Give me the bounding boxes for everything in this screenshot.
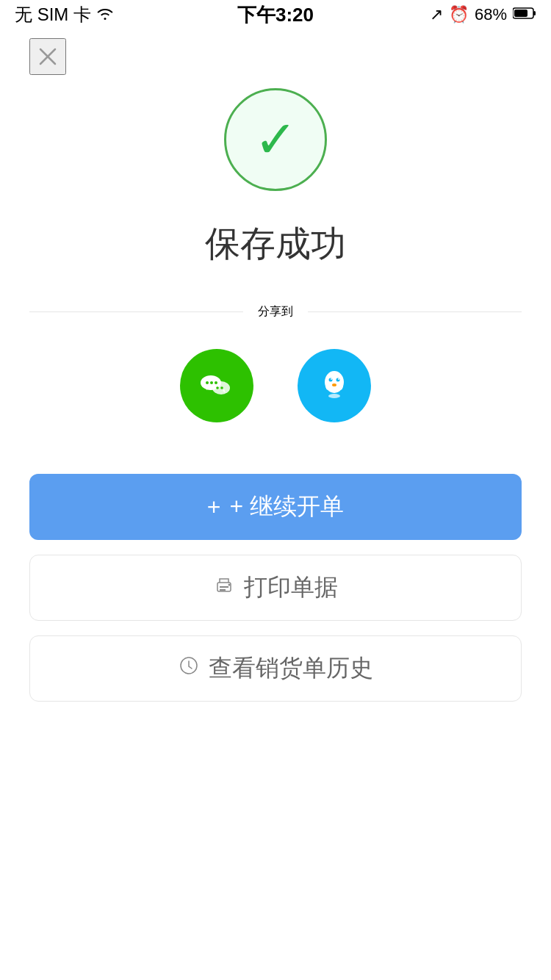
plus-icon: + [207, 494, 221, 521]
wifi-icon [97, 4, 113, 25]
print-label: 打印单据 [244, 572, 338, 604]
status-left: 无 SIM 卡 [15, 3, 113, 26]
svg-point-17 [328, 394, 340, 398]
svg-point-26 [228, 584, 231, 586]
svg-point-16 [337, 381, 343, 390]
share-divider: 分享到 [29, 304, 522, 320]
share-label: 分享到 [258, 304, 293, 320]
history-icon [178, 655, 200, 682]
svg-point-15 [325, 381, 331, 390]
success-icon-circle: ✓ [224, 88, 327, 191]
battery-icon [513, 5, 536, 24]
continue-button[interactable]: + + 继续开单 [29, 474, 522, 540]
close-button[interactable] [29, 38, 66, 75]
history-button[interactable]: 查看销货单历史 [29, 635, 522, 702]
battery-text: 68% [475, 5, 507, 24]
action-buttons: + + 继续开单 打印单据 查看销货单历史 [0, 474, 551, 702]
svg-point-18 [329, 378, 333, 382]
status-time: 下午3:20 [237, 2, 314, 28]
share-section: 分享到 [0, 304, 551, 422]
sim-text: 无 SIM 卡 [15, 3, 91, 26]
svg-point-11 [220, 386, 223, 389]
print-button[interactable]: 打印单据 [29, 555, 522, 621]
svg-point-21 [338, 378, 339, 380]
printer-icon [213, 574, 235, 602]
status-right: ↗ ⏰ 68% [430, 5, 536, 24]
svg-point-7 [206, 381, 209, 384]
continue-label: + 继续开单 [230, 491, 345, 523]
main-content: ✓ 保存成功 分享到 [0, 29, 551, 702]
checkmark-icon: ✓ [254, 114, 298, 165]
qq-share-button[interactable] [298, 349, 371, 422]
svg-point-22 [332, 383, 336, 386]
success-title: 保存成功 [205, 220, 346, 267]
svg-point-19 [336, 378, 340, 382]
alarm-icon: ⏰ [449, 5, 469, 24]
status-bar: 无 SIM 卡 下午3:20 ↗ ⏰ 68% [0, 0, 551, 29]
svg-rect-1 [533, 11, 536, 15]
svg-point-8 [210, 381, 213, 384]
history-label: 查看销货单历史 [209, 652, 373, 685]
svg-rect-24 [220, 586, 228, 588]
wechat-share-button[interactable] [180, 349, 253, 422]
svg-rect-2 [514, 10, 527, 17]
svg-point-20 [331, 378, 332, 380]
svg-rect-25 [220, 589, 226, 591]
share-icons [29, 349, 522, 422]
svg-point-10 [216, 386, 219, 389]
location-icon: ↗ [430, 5, 443, 24]
svg-point-9 [215, 381, 217, 384]
